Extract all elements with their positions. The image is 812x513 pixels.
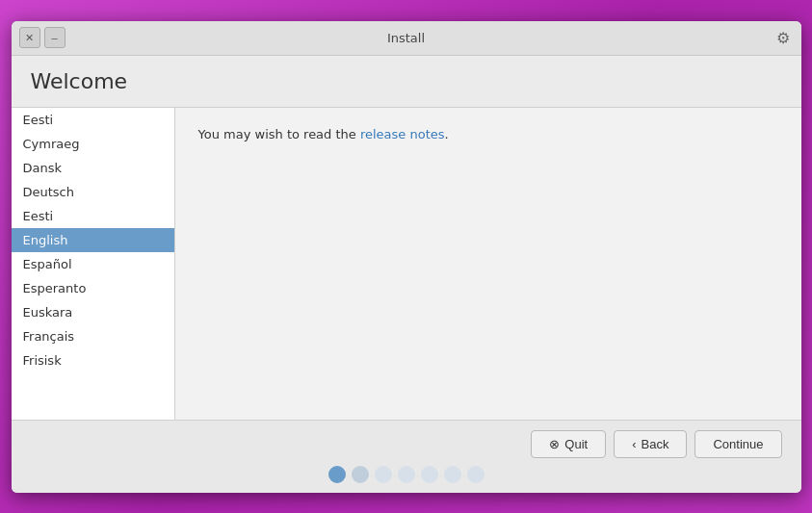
continue-button[interactable]: Continue [694, 430, 781, 458]
back-label: Back [642, 437, 669, 451]
main-panel: You may wish to read the release notes. [175, 108, 801, 420]
list-item[interactable]: Eesti [12, 204, 174, 228]
progress-dot-3 [375, 466, 392, 483]
progress-dot-1 [328, 466, 346, 483]
footer: ⊗ Quit ‹ Back Continue [12, 420, 801, 493]
back-chevron-icon: ‹ [632, 437, 636, 451]
continue-label: Continue [713, 437, 763, 451]
release-notes-paragraph: You may wish to read the release notes. [198, 127, 778, 141]
welcome-heading: Welcome [31, 69, 782, 93]
list-item[interactable]: Deutsch [12, 180, 174, 204]
install-window: ✕ – Install ⚙ Welcome Eesti Cymraeg Dans… [12, 21, 801, 493]
progress-dot-7 [467, 466, 485, 483]
close-button[interactable]: ✕ [19, 27, 40, 48]
content-area: Eesti Cymraeg Dansk Deutsch Eesti Englis… [12, 108, 801, 420]
minimize-button[interactable]: – [44, 27, 65, 48]
list-item[interactable]: Eesti [12, 108, 174, 132]
settings-button[interactable]: ⚙ [773, 27, 794, 48]
release-notes-link[interactable]: release notes [360, 127, 445, 141]
progress-dot-6 [444, 466, 461, 483]
window-title: Install [387, 31, 425, 45]
list-item[interactable]: Español [12, 252, 174, 276]
list-item[interactable]: Dansk [12, 156, 174, 180]
quit-icon: ⊗ [549, 437, 560, 451]
list-item[interactable]: Cymraeg [12, 132, 174, 156]
progress-dot-2 [352, 466, 369, 483]
release-notes-prefix: You may wish to read the [198, 127, 360, 141]
list-item[interactable]: Frisisk [12, 348, 174, 372]
back-button[interactable]: ‹ Back [614, 430, 687, 458]
progress-dot-4 [398, 466, 415, 483]
window-controls: ✕ – [19, 27, 65, 48]
progress-dot-5 [421, 466, 438, 483]
button-row: ⊗ Quit ‹ Back Continue [31, 430, 782, 458]
welcome-bar: Welcome [12, 56, 801, 108]
release-notes-suffix: . [445, 127, 449, 141]
list-item[interactable]: Français [12, 324, 174, 348]
language-list[interactable]: Eesti Cymraeg Dansk Deutsch Eesti Englis… [12, 108, 175, 420]
progress-dots [328, 466, 485, 483]
list-item[interactable]: Euskara [12, 300, 174, 324]
list-item-english[interactable]: English [12, 228, 174, 252]
list-item[interactable]: Esperanto [12, 276, 174, 300]
quit-label: Quit [564, 437, 588, 451]
titlebar: ✕ – Install ⚙ [12, 21, 801, 56]
quit-button[interactable]: ⊗ Quit [531, 430, 606, 458]
